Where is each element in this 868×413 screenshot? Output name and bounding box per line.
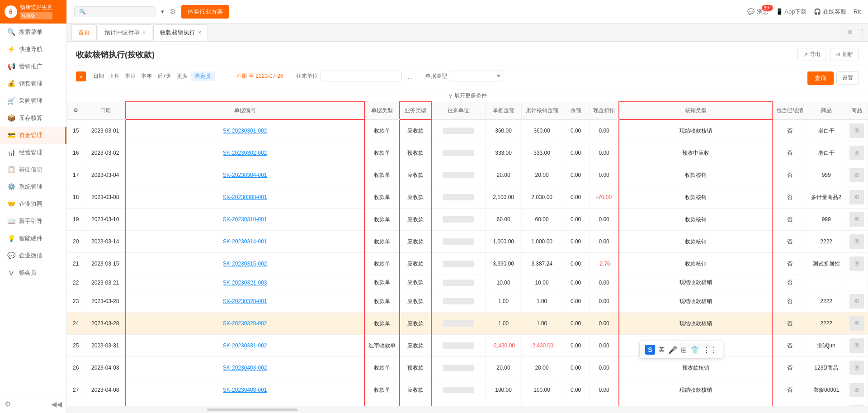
sidebar-item-basic[interactable]: 📋 基础信息: [0, 161, 66, 178]
row-order-link[interactable]: SK-20230310-001: [126, 209, 364, 231]
row-order-link[interactable]: SK-20230331-002: [126, 335, 364, 357]
table-row[interactable]: 22 2023-03-21 SK-20230321-003 收款单 应收款 10…: [67, 275, 868, 290]
row-goods: 2222: [807, 231, 845, 253]
row-settled: 1.00: [522, 313, 562, 335]
sidebar-item-search[interactable]: 🔍 搜索菜单: [0, 24, 66, 41]
close-tab-icon[interactable]: ✕: [847, 28, 853, 37]
row-num: 15: [67, 119, 85, 142]
settings-button[interactable]: 设置: [836, 71, 859, 85]
row-settled: 10.00: [522, 275, 562, 290]
row-order-link[interactable]: SK-20230304-001: [126, 164, 364, 186]
row-included: 否: [772, 253, 807, 275]
user-account[interactable]: Rit: [854, 8, 861, 15]
row-order-link[interactable]: SK-20230314-001: [126, 231, 364, 253]
row-canceltype: 现结收款核销: [619, 401, 772, 406]
table-row[interactable]: 16 2023-03-02 SK-20230302-002 收款单 预收款 33…: [67, 142, 868, 164]
sidebar-item-guide[interactable]: 📖 新手引导: [0, 213, 66, 230]
settings-icon[interactable]: ⚙: [5, 400, 11, 408]
tab-home[interactable]: 首页: [71, 24, 97, 40]
message-badge[interactable]: 💬 消息 99+: [747, 8, 769, 16]
toolbar-grid-icon[interactable]: ⊞: [681, 346, 687, 354]
row-goods-img: 图: [845, 253, 868, 275]
table-row[interactable]: 24 2023-03-28 SK-20230328-002 收款单 应收款 1.…: [67, 313, 868, 335]
row-partner: [431, 119, 486, 142]
this-month-shortcut[interactable]: 本月: [123, 71, 137, 81]
floating-toolbar[interactable]: S 英 🎤 ⊞ 👕 ⋮⋮: [639, 341, 723, 359]
row-order-link[interactable]: SK-20230328-001: [126, 290, 364, 313]
row-order-link[interactable]: SK-20230302-002: [126, 142, 364, 164]
table-row[interactable]: 26 2023-04-03 SK-20230403-002 收款单 预收款 20…: [67, 357, 868, 379]
row-order-link[interactable]: SK-20230315-002: [126, 253, 364, 275]
export-button[interactable]: ↗ 导出: [797, 48, 826, 61]
table-row[interactable]: 23 2023-03-28 SK-20230328-001 收款单 应收款 1.…: [67, 290, 868, 313]
row-order-link[interactable]: SK-20230418-001: [126, 401, 364, 406]
sidebar-item-finance[interactable]: 💳 资金管理: [0, 127, 66, 144]
prepay-doc-tab-close[interactable]: ×: [142, 29, 146, 36]
sidebar-item-operations[interactable]: 📊 经营管理: [0, 144, 66, 161]
sidebar-item-system[interactable]: ⚙️ 系统管理: [0, 178, 66, 195]
sidebar-item-shortcuts[interactable]: ⚡ 快捷导航: [0, 41, 66, 58]
topbar-search-input[interactable]: [88, 9, 142, 15]
receipt-cancel-tab-close[interactable]: ×: [198, 29, 201, 36]
table-row[interactable]: 21 2023-03-15 SK-20230315-002 收款单 应收款 3,…: [67, 253, 868, 275]
sidebar-item-collab[interactable]: 🤝 企业协同: [0, 195, 66, 213]
sidebar-item-hardware[interactable]: 💡 智能硬件: [0, 230, 66, 247]
table-row[interactable]: 25 2023-03-31 SK-20230331-002 红字收款单 应收款 …: [67, 335, 868, 357]
this-year-shortcut[interactable]: 本年: [139, 71, 154, 81]
app-download-link[interactable]: 📱 App下载: [776, 8, 807, 16]
row-order-link[interactable]: SK-20230301-002: [126, 119, 364, 142]
table-row[interactable]: 17 2023-03-04 SK-20230304-001 收款单 应收款 20…: [67, 164, 868, 186]
industry-solution-button[interactable]: 体验行业方案: [181, 5, 229, 19]
row-balance: 0.00: [562, 119, 590, 142]
last-7days-shortcut[interactable]: 近7天: [156, 71, 173, 81]
sidebar-item-weixin[interactable]: 💬 企业微信: [0, 247, 66, 264]
last-month-shortcut[interactable]: 上月: [107, 71, 121, 81]
partner-dots-btn[interactable]: …: [405, 72, 413, 80]
custom-date-btn[interactable]: 自定义: [191, 71, 215, 81]
expand-tab-icon[interactable]: ⛶: [856, 28, 863, 37]
table-row[interactable]: 28 2023-04-18 SK-20230418-001 收款单 应收款 10…: [67, 401, 868, 406]
online-service-link[interactable]: 🎧 在线客服: [814, 8, 846, 16]
settings-col-icon[interactable]: ⚙: [73, 107, 78, 114]
row-discount: -70.00: [590, 186, 619, 209]
sidebar-item-sales[interactable]: 💰 销售管理: [0, 75, 66, 92]
query-button[interactable]: 查询: [807, 71, 834, 85]
row-order-link[interactable]: SK-20230328-002: [126, 313, 364, 335]
partner-filter-input[interactable]: [321, 71, 402, 81]
table-row[interactable]: 15 2023-03-01 SK-20230301-002 收款单 应收款 36…: [67, 119, 868, 142]
tab-prepay-doc[interactable]: 预计冲应付单 ×: [98, 24, 152, 40]
row-partner: [431, 335, 486, 357]
toolbar-apps-icon[interactable]: ⋮⋮: [703, 346, 717, 354]
toolbar-mic-icon[interactable]: 🎤: [668, 346, 677, 354]
tab-receipt-cancel[interactable]: 收款核销执行 ×: [153, 24, 208, 41]
scrollbar-thumb[interactable]: [207, 408, 297, 411]
table-row[interactable]: 20 2023-03-14 SK-20230314-001 收款单 应收款 1,…: [67, 231, 868, 253]
tab-bar: 首页 预计冲应付单 × 收款核销执行 × ✕ ⛶: [67, 24, 868, 42]
doctype-filter-select[interactable]: [450, 71, 504, 81]
row-canceltype: 预收中应收: [619, 142, 772, 164]
row-order-link[interactable]: SK-20230403-002: [126, 357, 364, 379]
row-order-link[interactable]: SK-20230408-001: [126, 379, 364, 401]
toolbar-shirt-icon[interactable]: 👕: [690, 346, 699, 354]
sidebar-item-member[interactable]: V 畅会员: [0, 264, 66, 281]
row-settled: 3,387.24: [522, 253, 562, 275]
row-order-link[interactable]: SK-20230308-001: [126, 186, 364, 209]
filter-toggle-button[interactable]: »: [76, 71, 86, 81]
topbar-search-box[interactable]: 🔍: [74, 6, 156, 17]
collapse-icon[interactable]: ◀◀: [51, 400, 62, 408]
sidebar-item-purchase[interactable]: 🛒 采购管理: [0, 92, 66, 109]
table-row[interactable]: 27 2023-04-08 SK-20230408-001 收款单 应收款 10…: [67, 379, 868, 401]
topbar-dropdown[interactable]: ▾: [161, 8, 164, 15]
horizontal-scrollbar[interactable]: [67, 406, 868, 413]
topbar-gear-icon[interactable]: ⚙: [170, 7, 176, 16]
sidebar-item-inventory[interactable]: 📦 库存核算: [0, 109, 66, 127]
more-shortcut[interactable]: 更多: [175, 71, 189, 81]
table-row[interactable]: 19 2023-03-10 SK-20230310-001 收款单 应收款 60…: [67, 209, 868, 231]
row-order-link[interactable]: SK-20230321-003: [126, 275, 364, 290]
refresh-button[interactable]: ↺ 刷新: [830, 48, 859, 61]
row-settled: 100.00: [522, 379, 562, 401]
table-row[interactable]: 18 2023-03-08 SK-20230308-001 收款单 应收款 2,…: [67, 186, 868, 209]
expand-more-row[interactable]: ∨ 展开更多条件: [67, 90, 868, 101]
sidebar-item-marketing[interactable]: 📢 营销推广: [0, 58, 66, 75]
row-num: 19: [67, 209, 85, 231]
